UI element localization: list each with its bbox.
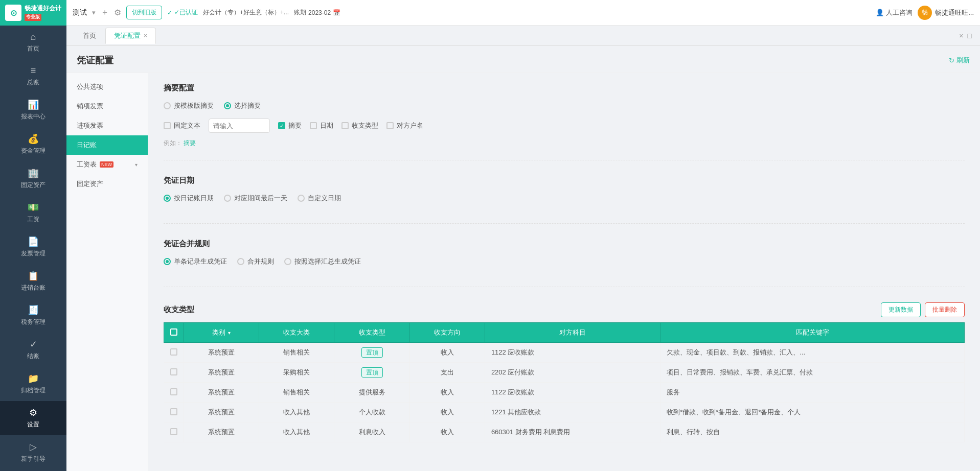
radio-summary-total-circle <box>284 258 291 265</box>
select-all-col[interactable] <box>164 323 184 343</box>
sidebar-item-salary[interactable]: 💵 工资 <box>0 196 66 230</box>
switch-version-button[interactable]: 切到旧版 <box>126 6 162 19</box>
radio-journal-date-label: 按日记账日期 <box>174 194 214 203</box>
sidebar-item-settings-label: 设置 <box>27 420 39 429</box>
help-btn[interactable]: 👤 人工咨询 <box>876 8 913 17</box>
settings-icon: ⚙ <box>29 407 37 418</box>
radio-template-label: 按模板版摘要 <box>174 101 214 110</box>
sidebar-item-tax[interactable]: 🧾 税务管理 <box>0 298 66 333</box>
topbar: 测试 ▾ ＋ ⚙ 切到旧版 ✓ ✓已认证 好会计（专）+好生意（标）+... 账… <box>66 0 980 26</box>
tab-home[interactable]: 首页 <box>75 28 104 44</box>
radio-custom-circle <box>298 195 305 202</box>
checkbox-summary[interactable]: ✓ 摘要 <box>278 121 302 130</box>
batch-delete-button[interactable]: 批量删除 <box>925 302 965 317</box>
sidebar-item-settings[interactable]: ⚙ 设置 <box>0 401 66 435</box>
top-tag[interactable]: 置顶 <box>361 347 383 358</box>
row-checkbox-cell[interactable] <box>164 403 184 422</box>
fixed-text-input[interactable] <box>209 119 270 133</box>
row-subject: 1122 应收账款 <box>485 343 660 363</box>
table-actions: 更新数据 批量删除 <box>881 302 965 317</box>
sidebar-item-ledger[interactable]: ≡ 总账 <box>0 59 66 93</box>
row-checkbox-cell[interactable] <box>164 343 184 363</box>
window-expand-btn[interactable]: □ <box>968 32 972 40</box>
period-label: 账期 <box>294 8 306 17</box>
app-logo: ⊙ 畅捷通好会计 专业版 <box>0 0 66 26</box>
merge-rules-title: 凭证合并规则 <box>164 239 965 249</box>
select-all-checkbox[interactable] <box>170 328 177 336</box>
income-type-section: 收支类型 更新数据 批量删除 <box>164 302 965 442</box>
row-direction: 收入 <box>409 422 485 442</box>
window-close-btn[interactable]: × <box>959 32 963 40</box>
sort-icon[interactable]: ▾ <box>228 330 231 336</box>
col-category-label: 类别 <box>212 328 225 336</box>
username-label: 畅捷通旺旺... <box>935 8 974 17</box>
certified-tag: ✓ ✓已认证 <box>167 8 198 17</box>
topbar-add-icon[interactable]: ＋ <box>101 7 109 18</box>
radio-summary-total[interactable]: 按照选择汇总生成凭证 <box>284 257 361 266</box>
row-checkbox[interactable] <box>170 388 177 395</box>
radio-period-last[interactable]: 对应期间最后一天 <box>224 194 287 203</box>
topbar-gear-icon[interactable]: ⚙ <box>114 8 121 17</box>
row-direction: 收入 <box>409 343 485 363</box>
row-checkbox[interactable] <box>170 348 177 356</box>
checkbox-date[interactable]: 日期 <box>310 121 333 130</box>
checkbox-fixed-text[interactable]: 固定文本 <box>164 121 200 130</box>
update-data-button[interactable]: 更新数据 <box>881 302 921 317</box>
row-checkbox[interactable] <box>170 428 177 435</box>
col-category: 类别 ▾ <box>184 323 259 343</box>
sidebar-item-purchase[interactable]: 📋 进销台账 <box>0 264 66 298</box>
sidebar-item-reports[interactable]: 📊 报表中心 <box>0 93 66 127</box>
example-value: 摘要 <box>184 139 196 147</box>
row-checkbox-cell[interactable] <box>164 363 184 383</box>
radio-merge-rules[interactable]: 合并规则 <box>237 257 274 266</box>
col-subject: 对方科目 <box>485 323 660 343</box>
income-type-table: 类别 ▾ 收支大类 收支类型 收支方向 <box>164 322 965 442</box>
row-category: 系统预置 <box>184 422 259 442</box>
home-icon: ⌂ <box>31 32 36 42</box>
radio-journal-date[interactable]: 按日记账日期 <box>164 194 214 203</box>
radio-single-record[interactable]: 单条记录生成凭证 <box>164 257 227 266</box>
sidebar-item-funds[interactable]: 💰 资金管理 <box>0 127 66 161</box>
table-row: 系统预置 收入其他 利息收入 收入 660301 财务费用 利息费用 利息、行转… <box>164 422 965 442</box>
tab-close-icon[interactable]: × <box>144 32 147 39</box>
checkbox-counterpart[interactable]: 对方户名 <box>386 121 423 130</box>
example-prefix: 例如： <box>164 139 182 147</box>
sidebar-item-guide[interactable]: ▷ 新手引导 <box>0 435 66 469</box>
tabs-window-controls: × □ <box>959 32 972 40</box>
logo-badge: 专业版 <box>25 14 41 21</box>
topbar-dropdown-icon[interactable]: ▾ <box>92 9 96 16</box>
row-checkbox-cell[interactable] <box>164 422 184 442</box>
row-subject: 660301 财务费用 利息费用 <box>485 422 660 442</box>
sidebar-item-assets[interactable]: 🏢 固定资产 <box>0 161 66 196</box>
sidebar-item-invoice[interactable]: 📄 发票管理 <box>0 230 66 264</box>
row-category: 系统预置 <box>184 343 259 363</box>
calendar-icon[interactable]: 📅 <box>333 9 340 16</box>
voucher-date-title: 凭证日期 <box>164 176 965 185</box>
radio-select-summary[interactable]: 选择摘要 <box>224 101 261 110</box>
left-nav-purchase-inv[interactable]: 进项发票 <box>66 116 148 135</box>
row-checkbox-cell[interactable] <box>164 383 184 403</box>
col-type: 收支类型 <box>334 323 409 343</box>
left-nav-journal[interactable]: 日记账 <box>66 135 148 155</box>
radio-period-last-circle <box>224 195 231 202</box>
sidebar-item-funds-label: 资金管理 <box>21 147 45 155</box>
radio-template-summary[interactable]: 按模板版摘要 <box>164 101 214 110</box>
left-nav-fixed[interactable]: 固定资产 <box>66 174 148 194</box>
sidebar-item-archive[interactable]: 📁 归档管理 <box>0 367 66 401</box>
table-body: 系统预置 销售相关 置顶 收入 1122 应收账款 欠款、现金、项目款、到款、报… <box>164 343 965 442</box>
income-type-title: 收支类型 <box>164 305 194 315</box>
left-nav-sales[interactable]: 销项发票 <box>66 97 148 116</box>
product-tags: 好会计（专）+好生意（标）+... <box>203 8 289 17</box>
refresh-button[interactable]: ↻ 刷新 <box>949 56 970 65</box>
radio-custom-date[interactable]: 自定义日期 <box>298 194 341 203</box>
user-menu[interactable]: 畅 畅捷通旺旺... <box>918 6 974 20</box>
top-tag[interactable]: 置顶 <box>361 367 383 378</box>
row-checkbox[interactable] <box>170 408 177 415</box>
sidebar-item-home[interactable]: ⌂ 首页 <box>0 26 66 59</box>
left-nav-public[interactable]: 公共选项 <box>66 77 148 97</box>
sidebar-item-settlement[interactable]: ✓ 结账 <box>0 333 66 367</box>
left-nav-salary[interactable]: 工资表 NEW ▾ <box>66 155 148 174</box>
tab-voucher-config[interactable]: 凭证配置 × <box>105 28 156 44</box>
row-checkbox[interactable] <box>170 368 177 375</box>
checkbox-income-type[interactable]: 收支类型 <box>341 121 378 130</box>
